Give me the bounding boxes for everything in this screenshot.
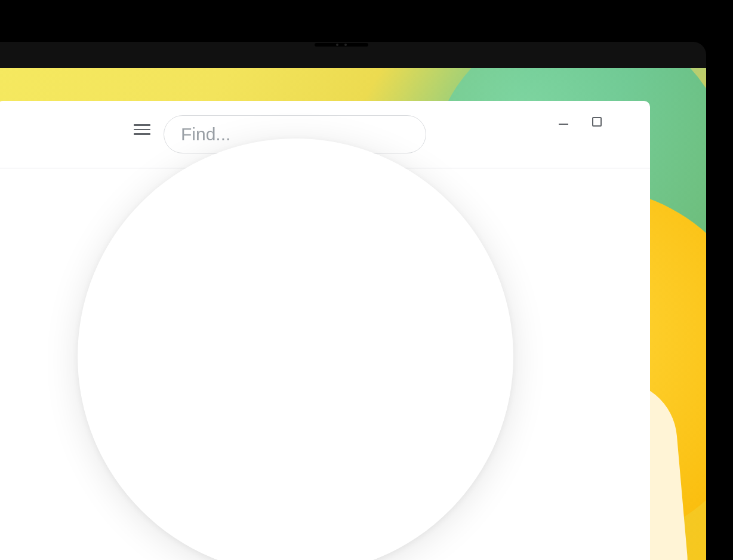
camera-dot [336, 44, 338, 46]
maximize-icon [592, 117, 602, 127]
close-button[interactable] [621, 113, 639, 131]
minimize-button[interactable] [555, 113, 572, 131]
screen-wallpaper: Hello! How are your delete [0, 68, 706, 560]
minimize-icon [559, 124, 568, 125]
camera-notch [315, 43, 368, 47]
camera-dot [344, 44, 347, 46]
hamburger-icon [134, 124, 150, 126]
hamburger-icon [134, 133, 150, 135]
laptop-frame: Hello! How are your delete [0, 36, 712, 560]
magnifier-overlay [78, 139, 513, 560]
window-controls [555, 113, 639, 131]
menu-button[interactable] [134, 121, 150, 138]
maximize-button[interactable] [588, 113, 606, 131]
laptop-bezel: Hello! How are your delete [0, 42, 706, 560]
hamburger-icon [134, 129, 150, 131]
